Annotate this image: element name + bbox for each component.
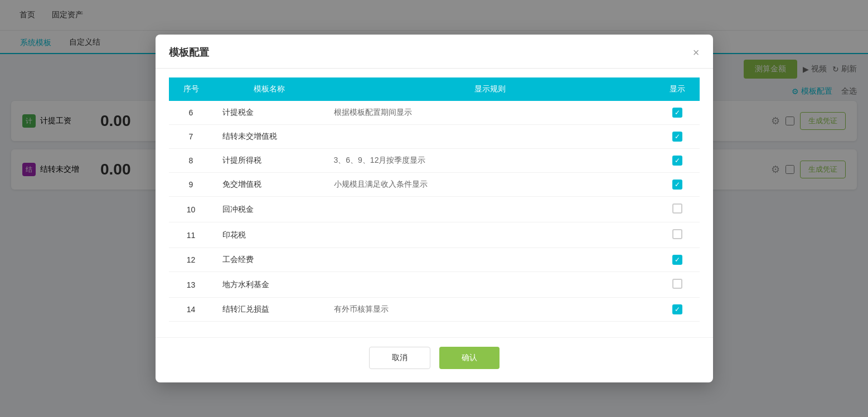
table-header-row: 序号 模板名称 显示规则 显示 [169,77,700,101]
table-row: 9免交增值税小规模且满足收入条件显示✓ [169,173,700,197]
modal-title: 模板配置 [169,46,209,59]
cell-checkbox[interactable]: ✓ [655,322,700,329]
config-table: 序号 模板名称 显示规则 显示 6计提税金根据模板配置期间显示✓7结转未交增值税… [169,77,700,328]
cell-name: 计提税金 [214,101,325,125]
cell-rule [325,222,655,248]
cell-name: 计提所得税 [214,149,325,173]
cancel-button[interactable]: 取消 [369,347,430,369]
cell-seq: 6 [169,101,214,125]
cell-rule: 有外币核算显示 [325,298,655,322]
cell-name: 地方水利基金 [214,272,325,298]
cell-seq: 14 [169,298,214,322]
table-row: 6计提税金根据模板配置期间显示✓ [169,101,700,125]
modal-footer: 取消 确认 [156,337,713,382]
cell-checkbox[interactable]: ✓ [655,298,700,322]
cell-checkbox[interactable]: ✓ [655,173,700,197]
table-row: 11印花税 [169,222,700,248]
checkbox-6[interactable]: ✓ [672,108,682,118]
cell-checkbox[interactable]: ✓ [655,149,700,173]
cell-name: 印花税 [214,222,325,248]
cell-name: 结转未交增值税 [214,125,325,149]
modal-overlay: 模板配置 × 序号 模板名称 显示规则 显示 6计提税金根据模板配置期间显 [0,0,868,417]
checkbox-10[interactable] [672,203,682,214]
modal-header: 模板配置 × [156,35,713,69]
col-header-seq: 序号 [169,77,214,101]
table-row: 14结转汇兑损益有外币核算显示✓ [169,298,700,322]
cell-seq: 11 [169,222,214,248]
cell-seq: 12 [169,248,214,272]
cell-checkbox[interactable] [655,222,700,248]
cell-seq: 9 [169,173,214,197]
modal-close-button[interactable]: × [693,47,700,58]
table-scroll-container[interactable]: 序号 模板名称 显示规则 显示 6计提税金根据模板配置期间显示✓7结转未交增值税… [169,77,700,328]
col-header-name: 模板名称 [214,77,325,101]
cell-rule [325,322,655,329]
cell-checkbox[interactable]: ✓ [655,248,700,272]
cell-rule [325,125,655,149]
checkbox-8[interactable]: ✓ [672,156,682,166]
cell-checkbox[interactable]: ✓ [655,125,700,149]
cell-seq: 13 [169,272,214,298]
cell-rule [325,248,655,272]
cell-seq: 8 [169,149,214,173]
checkbox-13[interactable] [672,279,682,289]
cell-rule: 根据模板配置期间显示 [325,101,655,125]
template-config-modal: 模板配置 × 序号 模板名称 显示规则 显示 6计提税金根据模板配置期间显 [156,35,713,382]
table-row: 12工会经费✓ [169,248,700,272]
cell-checkbox[interactable]: ✓ [655,101,700,125]
table-body: 6计提税金根据模板配置期间显示✓7结转未交增值税✓8计提所得税3、6、9、12月… [169,101,700,328]
cell-checkbox[interactable] [655,197,700,222]
cell-rule [325,197,655,222]
checkbox-7[interactable]: ✓ [672,132,682,142]
table-row: 8计提所得税3、6、9、12月按季度显示✓ [169,149,700,173]
cell-rule: 3、6、9、12月按季度显示 [325,149,655,173]
confirm-button[interactable]: 确认 [439,347,500,369]
table-row: 13地方水利基金 [169,272,700,298]
table-row: 10回冲税金 [169,197,700,222]
cell-seq: 10 [169,197,214,222]
cell-rule [325,272,655,298]
col-header-rule: 显示规则 [325,77,655,101]
table-row: 7结转未交增值税✓ [169,125,700,149]
checkbox-14[interactable]: ✓ [672,304,682,314]
checkbox-9[interactable]: ✓ [672,180,682,190]
cell-name: 免交增值税 [214,173,325,197]
cell-seq: 7 [169,125,214,149]
checkbox-11[interactable] [672,229,682,239]
table-row: 15结转本期损益✓ [169,322,700,329]
cell-name: 工会经费 [214,248,325,272]
checkbox-12[interactable]: ✓ [672,255,682,265]
cell-rule: 小规模且满足收入条件显示 [325,173,655,197]
cell-name: 结转汇兑损益 [214,298,325,322]
cell-name: 结转本期损益 [214,322,325,329]
col-header-show: 显示 [655,77,700,101]
cell-name: 回冲税金 [214,197,325,222]
modal-body: 序号 模板名称 显示规则 显示 6计提税金根据模板配置期间显示✓7结转未交增值税… [156,69,713,337]
cell-seq: 15 [169,322,214,329]
cell-checkbox[interactable] [655,272,700,298]
